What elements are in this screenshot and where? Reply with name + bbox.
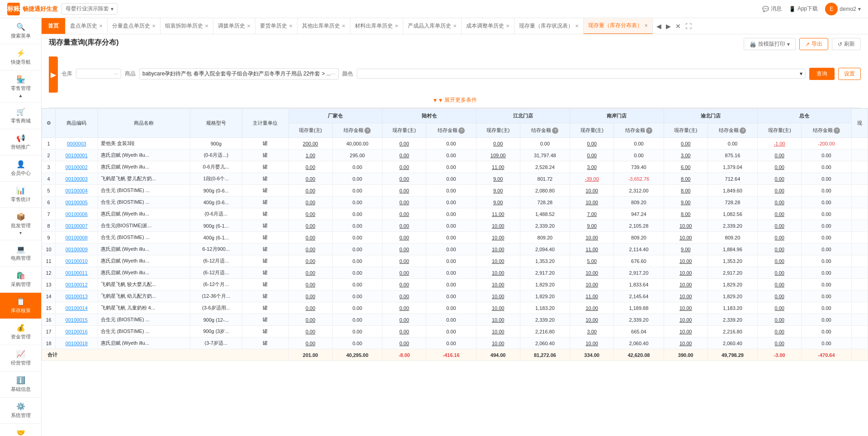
na-amt-info-icon[interactable]: ? [646,127,652,134]
row-f-qty: 0.00 [288,232,332,244]
jb-qty-header: 现存量(主) [476,123,520,138]
tab-stock-status-close[interactable]: ✕ [575,23,579,28]
table-row: 11 00100010 惠氏启赋 (Wyeth illu... (6-12月适.… [42,255,868,267]
sidebar-item-inventory[interactable]: 📋 库存核算 [0,293,41,319]
sidebar-item-marketing[interactable]: 📢 营销推广 [0,129,41,155]
tab-checklist[interactable]: 盘点单历史 ✕ [66,18,108,34]
tab-requisition-close[interactable]: ✕ [289,23,292,28]
spec-header: 规格型号 [190,109,242,138]
row-jb-qty: 109.00 [476,150,520,161]
tab-prev-icon[interactable]: ◀ [655,22,663,31]
tab-stock-dist[interactable]: 现存量（库存分布表） ✕ [584,18,653,34]
tab-production-close[interactable]: ✕ [453,23,457,28]
tab-costadjust-close[interactable]: ✕ [506,23,509,28]
search-button[interactable]: 查询 [809,68,835,80]
tab-production[interactable]: 产成品入库单历史 ✕ [403,18,462,34]
table-container[interactable]: ⚙ 商品编码 商品名称 规格型号 主计量单位 厂家仓 陆村仓 江北门店 南岸门店… [42,108,868,436]
company-selector[interactable]: 母婴行业演示陈套 ▾ [61,3,118,14]
row-jb-qty: 10.00 [476,279,520,291]
row-total-amt: 0.00 [802,208,851,220]
tab-transfer-close[interactable]: ✕ [247,23,250,28]
sidebar-item-purchase[interactable]: 🛍️ 采购管理 [0,267,41,293]
l-amt-info-icon[interactable]: ? [458,127,465,134]
app-download-item[interactable]: 📱 App下载 [789,5,818,13]
tab-costadjust[interactable]: 成本调整单历史 ✕ [462,18,514,34]
row-l-amt: 0.00 [426,267,476,279]
tab-materialout-close[interactable]: ✕ [395,23,398,28]
yb-amt-info-icon[interactable]: ? [740,127,746,134]
tab-assembly[interactable]: 组装拆卸单历史 ✕ [160,18,213,34]
row-code: 00100010 [56,255,98,267]
row-spec: (12-36个月... [190,291,242,302]
row-f-amt: 40,000.00 [332,138,382,150]
tab-otherout[interactable]: 其他出库单历史 ✕ [297,18,350,34]
tab-otherout-close[interactable]: ✕ [342,23,345,28]
page-title: 现存量查询(库存分布) [49,38,119,47]
tab-requisition-label: 要货单历史 [260,22,287,30]
row-unit: 罐 [242,232,288,244]
row-f-amt: 0.00 [332,232,382,244]
tab-home[interactable]: 首页 [42,18,66,34]
sidebar-item-search[interactable]: 🔍 搜索英单 [0,18,41,44]
export-label: 导出 [811,40,822,48]
row-yb-qty: 10.00 [664,302,708,314]
yb-qty-header: 现存量(主) [664,123,708,138]
tab-assembly-close[interactable]: ✕ [205,23,208,28]
wholesale-arrow-icon: ▾ [19,230,22,235]
print-button[interactable]: 🖨️ 按模版打印 ▾ [744,38,796,50]
tab-partialcheck[interactable]: 分量盘点单历史 ✕ [108,18,160,34]
tab-close-all-icon[interactable]: ✕ [674,22,683,31]
sidebar-item-system[interactable]: ⚙️ 系统管理 [0,398,41,424]
tab-partialcheck-close[interactable]: ✕ [152,23,156,28]
tab-stock-status[interactable]: 现存量（库存状况表） ✕ [514,18,584,34]
row-yb-amt: 1,829.20 [708,291,757,302]
row-yb-qty: 8.00 [664,185,708,197]
row-total-amt: 0.00 [802,326,851,338]
filter-collapse-btn[interactable]: ▶ [49,56,58,93]
row-na-amt: 2,917.20 [614,267,664,279]
refresh-button[interactable]: ↺ 刷新 [832,38,861,50]
row-code: 00100006 [56,208,98,220]
total-amt-info-icon[interactable]: ? [834,127,840,134]
sidebar-item-quicknav[interactable]: ⚡ 快捷导航 [0,44,41,70]
row-no: 18 [42,338,56,349]
message-item[interactable]: 💬 消息 [762,5,782,13]
row-total-amt: 0.00 [802,255,851,267]
row-unit: 罐 [242,138,288,150]
logo: 标账 畅捷通好生意 [7,3,58,15]
enterprise-icon: 🤝 [16,428,25,436]
sidebar-item-wholesale[interactable]: 📦 批发管理 ▾ [0,208,41,240]
setting-button[interactable]: 设置 [838,68,861,80]
row-f-qty: 0.00 [288,326,332,338]
summary-f-amt: 40,295.00 [332,349,382,361]
tab-expand-icon[interactable]: ⛶ [684,22,693,31]
expand-more-btn[interactable]: ▼▼ 展开更多条件 [433,96,477,104]
f-amt-info-icon[interactable]: ? [364,127,371,134]
sidebar-item-ecommerce[interactable]: 💻 电商管理 [0,240,41,267]
row-l-amt: 0.00 [426,208,476,220]
sidebar-item-retailstat[interactable]: 📊 零售统计 [0,182,41,208]
sidebar-item-retailshop[interactable]: 🛒 零售商城 [0,103,41,129]
sidebar-item-operation[interactable]: 📈 经营管理 [0,345,41,371]
sidebar-item-retail[interactable]: 🏪 零售管理 ▲ [0,70,41,103]
tab-requisition[interactable]: 要货单历史 ✕ [255,18,297,34]
warehouse-dots[interactable]: ··· [113,70,118,77]
goods-dots[interactable]: ··· [331,70,335,77]
sidebar-item-enterprise[interactable]: 🤝 企业协同 [0,424,41,436]
sidebar-item-basic[interactable]: ℹ️ 基础信息 [0,371,41,398]
tab-stock-status-label: 现存量（库存状况表） [519,22,573,30]
tab-transfer[interactable]: 调拨单历史 ✕ [213,18,255,34]
tab-materialout[interactable]: 材料出库单历史 ✕ [350,18,403,34]
row-f-amt: 0.00 [332,173,382,185]
row-na-qty: 11.00 [570,244,614,255]
sidebar-item-finance[interactable]: 💰 资金管理 [0,319,41,345]
tab-stock-dist-close[interactable]: ✕ [644,23,648,28]
user-item[interactable]: E demo2 ▾ [825,3,861,15]
tab-next-icon[interactable]: ▶ [664,22,673,31]
export-button[interactable]: ↗ 导出 [799,38,828,50]
company-name: 母婴行业演示陈套 [66,5,109,13]
sidebar-item-member[interactable]: 👤 会员中心 [0,155,41,182]
jb-amt-info-icon[interactable]: ? [552,127,558,134]
row-l-qty: 0.00 [382,338,426,349]
tab-checklist-close[interactable]: ✕ [99,23,103,28]
